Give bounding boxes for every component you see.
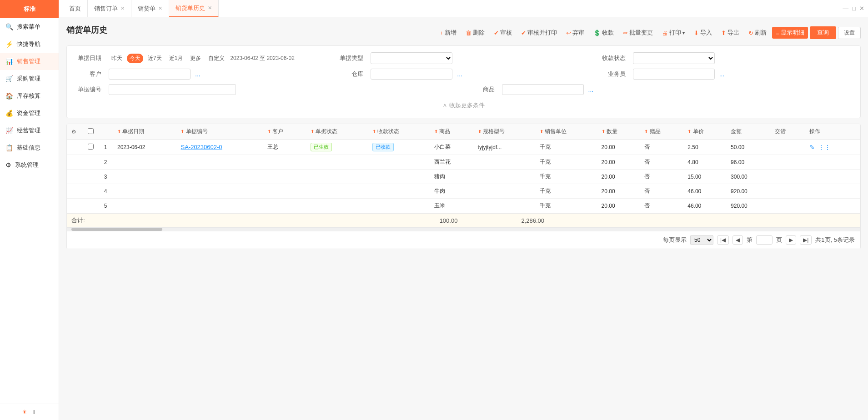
th-date[interactable]: ⬆ 单据日期 <box>113 124 176 140</box>
warehouse-ellipsis[interactable]: ... <box>455 70 464 79</box>
td-settings <box>67 199 83 213</box>
sidebar-bottom-icon1[interactable]: ☀ <box>22 409 27 415</box>
first-page-btn[interactable]: |◀ <box>717 235 729 245</box>
print-button[interactable]: 🖨 打印 ▾ <box>658 27 688 39</box>
goods-input[interactable] <box>502 84 584 95</box>
td-transaction <box>770 155 804 170</box>
date-option-today[interactable]: 今天 <box>127 54 143 63</box>
doc-num-link[interactable]: SA-20230602-0 <box>181 144 222 150</box>
customer-input[interactable] <box>109 69 191 80</box>
tab-sales-history[interactable]: 销货单历史 ✕ <box>169 0 219 17</box>
doc-num-input[interactable] <box>109 84 236 95</box>
tab-sales-order-close[interactable]: ✕ <box>120 5 125 11</box>
tab-bar-minimize[interactable]: — <box>843 5 848 12</box>
td-doc-status <box>306 199 368 213</box>
scroll-bar[interactable] <box>67 227 860 231</box>
tab-bar-maximize[interactable]: □ <box>852 5 856 12</box>
import-button[interactable]: ⬇ 导入 <box>690 27 716 39</box>
date-option-custom[interactable]: 自定义 <box>206 54 227 63</box>
date-option-7days[interactable]: 近7天 <box>145 54 165 63</box>
sidebar-item-search-menu[interactable]: 🔍 搜索菜单 <box>0 18 59 35</box>
refresh-button[interactable]: ↻ 刷新 <box>745 27 770 39</box>
th-qty[interactable]: ⬆ 数量 <box>597 124 640 140</box>
td-doc-num[interactable] <box>176 170 262 184</box>
edit-op-btn[interactable]: ✎ <box>809 144 815 151</box>
add-button[interactable]: + 新增 <box>437 27 461 39</box>
th-gift[interactable]: ⬆ 赠品 <box>640 124 683 140</box>
sidebar-bottom-icon2[interactable]: ⏸ <box>31 409 37 415</box>
td-doc-num[interactable] <box>176 199 262 213</box>
tab-sales-shipment-close[interactable]: ✕ <box>158 5 162 11</box>
date-option-more[interactable]: 更多 <box>187 54 204 63</box>
export-button[interactable]: ⬆ 导出 <box>717 27 743 39</box>
td-doc-num[interactable] <box>176 155 262 170</box>
review-button[interactable]: ✔ 审核 <box>490 27 516 39</box>
td-check[interactable] <box>83 140 98 155</box>
td-operation[interactable]: ✎ ⋮⋮ <box>805 140 860 155</box>
salesperson-ellipsis[interactable]: ... <box>717 70 727 79</box>
sidebar-item-inventory[interactable]: 🏠 库存核算 <box>0 87 59 105</box>
doc-type-select[interactable] <box>371 52 452 64</box>
td-operation[interactable] <box>805 184 860 199</box>
th-payment-status[interactable]: ⬆ 收款状态 <box>368 124 430 140</box>
customer-ellipsis[interactable]: ... <box>193 70 202 79</box>
table-row: 1 2023-06-02 SA-20230602-0 王总 已生效 已收款 小白… <box>67 140 860 155</box>
batch-change-button[interactable]: ✏ 批量变更 <box>619 27 657 39</box>
th-goods[interactable]: ⬆ 商品 <box>430 124 473 140</box>
settings-button[interactable]: 设置 <box>838 27 861 39</box>
tab-sales-shipment[interactable]: 销货单 ✕ <box>131 0 169 17</box>
warehouse-input[interactable] <box>371 69 452 80</box>
td-doc-num[interactable] <box>176 184 262 199</box>
salesperson-input[interactable] <box>633 69 715 80</box>
more-op-btn[interactable]: ⋮⋮ <box>818 144 831 151</box>
show-detail-button[interactable]: ≡ 显示明细 <box>772 27 808 39</box>
td-doc-num[interactable]: SA-20230602-0 <box>176 140 262 155</box>
date-option-1month[interactable]: 近1月 <box>166 54 186 63</box>
row-checkbox[interactable] <box>88 144 94 150</box>
td-check[interactable] <box>83 170 98 184</box>
sidebar-item-sys-mgmt[interactable]: ⚙ 系统管理 <box>0 156 59 174</box>
next-page-btn[interactable]: ▶ <box>786 235 796 245</box>
collect-button[interactable]: 💲 收款 <box>590 27 617 39</box>
date-option-yesterday[interactable]: 昨天 <box>109 54 125 63</box>
prev-page-btn[interactable]: ◀ <box>733 235 743 245</box>
th-spec[interactable]: ⬆ 规格型号 <box>473 124 535 140</box>
abandon-button[interactable]: ↩ 弃审 <box>562 27 588 39</box>
sidebar-item-purchase-mgmt[interactable]: 🛒 采购管理 <box>0 70 59 87</box>
sidebar-item-sales-mgmt[interactable]: 📊 销售管理 <box>0 53 59 70</box>
delete-button[interactable]: 🗑 删除 <box>462 27 488 39</box>
tab-bar-close[interactable]: ✕ <box>859 5 864 12</box>
last-page-btn[interactable]: ▶| <box>800 235 812 245</box>
sidebar-item-quick-nav[interactable]: ⚡ 快捷导航 <box>0 35 59 53</box>
td-check[interactable] <box>83 184 98 199</box>
scroll-thumb[interactable] <box>71 228 162 231</box>
th-doc-status[interactable]: ⬆ 单据状态 <box>306 124 368 140</box>
sidebar-item-basic-info[interactable]: 📋 基础信息 <box>0 139 59 156</box>
sidebar-item-finance[interactable]: 💰 资金管理 <box>0 105 59 122</box>
query-button[interactable]: 查询 <box>810 26 836 39</box>
th-doc-num[interactable]: ⬆ 单据编号 <box>176 124 262 140</box>
th-check[interactable] <box>83 124 98 140</box>
review-print-button[interactable]: ✔ 审核并打印 <box>517 27 561 39</box>
customer-control: ... <box>109 69 329 80</box>
th-customer[interactable]: ⬆ 客户 <box>263 124 306 140</box>
td-check[interactable] <box>83 155 98 170</box>
td-operation[interactable] <box>805 170 860 184</box>
th-unit[interactable]: ⬆ 销售单位 <box>535 124 597 140</box>
tab-sales-history-close[interactable]: ✕ <box>208 5 212 11</box>
td-operation[interactable] <box>805 199 860 213</box>
th-settings[interactable]: ⚙ <box>67 124 83 140</box>
th-unit-price[interactable]: ⬆ 单价 <box>683 124 726 140</box>
goods-ellipsis[interactable]: ... <box>587 85 596 94</box>
tab-home[interactable]: 首页 <box>63 0 88 17</box>
sidebar-item-operations[interactable]: 📈 经营管理 <box>0 122 59 139</box>
per-page-select[interactable]: 50 100 <box>690 235 713 245</box>
td-check[interactable] <box>83 199 98 213</box>
payment-status-select[interactable] <box>633 52 715 64</box>
collapse-btn[interactable]: ∧ 收起更多条件 <box>74 100 853 111</box>
import-icon: ⬇ <box>694 30 699 36</box>
page-num-input[interactable]: 1 <box>756 235 773 245</box>
td-operation[interactable] <box>805 155 860 170</box>
tab-sales-order[interactable]: 销售订单 ✕ <box>88 0 131 17</box>
select-all-checkbox[interactable] <box>88 128 94 134</box>
